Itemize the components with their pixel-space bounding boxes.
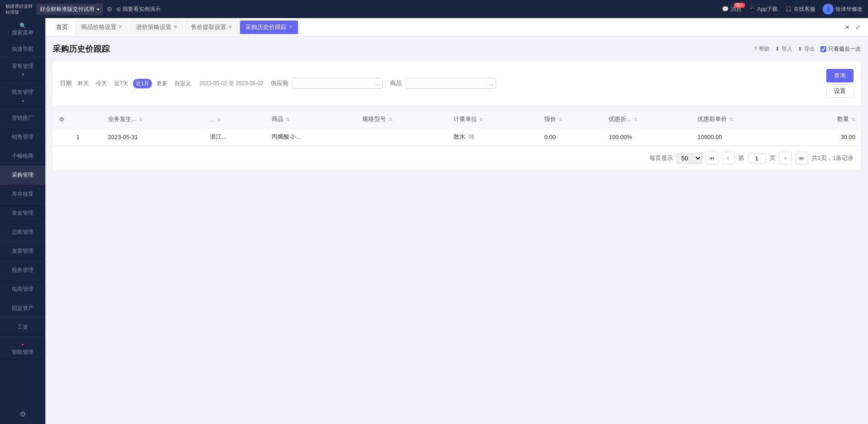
sidebar-item-finance[interactable]: 资金管理 [0, 204, 45, 223]
supplier-input[interactable] [292, 78, 383, 89]
next-page-button[interactable]: › [779, 152, 792, 164]
date-filter-label: 日期 [60, 79, 72, 87]
close-panel-button[interactable]: ✕ [843, 23, 852, 32]
sort-icon[interactable]: ⇅ [852, 117, 855, 122]
date-opt-yesterday[interactable]: 昨天 [75, 79, 92, 88]
sidebar-item-sales[interactable]: 销售管理 [0, 128, 45, 147]
table-header-discount[interactable]: 优惠折... ⇅ [603, 111, 692, 128]
settings-icon[interactable]: ⚙ [107, 5, 112, 13]
tab-purchase-history[interactable]: 采购历史价跟踪 ✕ [240, 20, 298, 34]
sort-icon[interactable]: ⇅ [139, 117, 142, 122]
tabs-bar: 首页 商品价格设置 ✕ 进价策略设置 ✕ 售价提取设置 ✕ 采购历史价跟踪 ✕ … [45, 18, 868, 36]
row-ellipsis: 浙江... [205, 128, 266, 146]
topbar-left: 畅捷通好业财 标准版 好业财标准版交付试用 ▾ ⚙ ◎ 我要看实例演示 [5, 3, 161, 15]
product-ellipsis-icon[interactable]: ... [489, 80, 493, 87]
quick-nav[interactable]: 快捷导航 [0, 42, 45, 57]
topbar: 畅捷通好业财 标准版 好业财标准版交付试用 ▾ ⚙ ◎ 我要看实例演示 💬 消息… [0, 0, 868, 18]
message-button[interactable]: 💬 消息 99+ [722, 5, 741, 13]
date-opt-custom[interactable]: 自定义 [172, 79, 194, 88]
per-page-select[interactable]: 50 20 100 [677, 153, 702, 164]
supplier-ellipsis-icon[interactable]: ... [375, 80, 380, 87]
table-header-unit[interactable]: 计量单位 ⇅ [448, 111, 539, 128]
sidebar: 🔍 搜索菜单 快捷导航 零售管理 ▾ 批发管理 ▴ 营销推广 销售管理 小畅电商… [0, 18, 45, 424]
export-button[interactable]: ⬆ 导出 [798, 45, 815, 53]
page-input[interactable] [748, 153, 766, 164]
sidebar-item-inventory[interactable]: 库存核算 [0, 185, 45, 204]
table-header-gear[interactable]: ⚙ [53, 111, 71, 128]
online-service-button[interactable]: 🎧 在线客服 [785, 5, 815, 13]
tab-close-icon[interactable]: ✕ [288, 24, 293, 30]
sidebar-item-payroll[interactable]: 工资 [0, 318, 45, 337]
table-header-ellipsis[interactable]: ... ⇅ [205, 111, 266, 128]
tab-close-icon[interactable]: ✕ [228, 24, 232, 30]
row-price: 0.00 [539, 128, 603, 146]
row-gear[interactable] [53, 128, 71, 146]
sidebar-item-smart[interactable]: ● 智能管理 [0, 337, 45, 362]
main-content: 首页 商品价格设置 ✕ 进价策略设置 ✕ 售价提取设置 ✕ 采购历史价跟踪 ✕ … [45, 18, 868, 424]
sidebar-item-ecommerce[interactable]: 电商管理 [0, 280, 45, 299]
help-button[interactable]: ? 帮助 [754, 45, 770, 53]
sort-icon[interactable]: ⇅ [559, 117, 562, 122]
tab-home[interactable]: 首页 [51, 20, 73, 34]
topbar-right: 💬 消息 99+ 📱 App下载 🎧 在线客服 👤 徐泽华修改 [722, 4, 863, 14]
import-button[interactable]: ⬇ 导入 [775, 45, 792, 53]
page-unit: 页 [770, 154, 775, 162]
demo-icon: ◎ [116, 6, 121, 12]
filter-row: 日期 昨天 今天 近7天 近1月 更多 自定义 2023-05-02 至 202… [60, 69, 853, 98]
filter-settings-button[interactable]: 设置 [826, 84, 853, 98]
date-opt-more[interactable]: 更多 [154, 79, 170, 88]
sidebar-item-assets[interactable]: 固定资产 [0, 299, 45, 318]
prev-page-button[interactable]: ‹ [722, 152, 735, 164]
table-header-quantity[interactable]: 数量 ⇅ [796, 111, 861, 128]
table-header-spec[interactable]: 规格型号 ⇅ [357, 111, 448, 128]
sidebar-gear-icon[interactable]: ⚙ [0, 405, 45, 424]
date-opt-last7[interactable]: 近7天 [112, 79, 131, 88]
app-logo: 畅捷通好业财 标准版 [5, 3, 33, 15]
search-menu[interactable]: 🔍 搜索菜单 [0, 18, 45, 42]
sidebar-item-invoice[interactable]: 发票管理 [0, 242, 45, 261]
query-button[interactable]: 查询 [826, 69, 853, 82]
table-header-pre-discount-price[interactable]: 优惠前单价 ⇅ [692, 111, 796, 128]
sort-icon[interactable]: ⇅ [479, 117, 483, 122]
sidebar-item-wholesale[interactable]: 批发管理 ▴ [0, 83, 45, 109]
tab-close-icon[interactable]: ✕ [173, 24, 177, 30]
sort-icon[interactable]: ⇅ [286, 117, 289, 122]
product-input[interactable] [405, 78, 496, 89]
sort-icon[interactable]: ⇅ [389, 117, 392, 122]
tab-product-price[interactable]: 商品价格设置 ✕ [75, 20, 128, 34]
product-input-wrap: ... [405, 78, 496, 89]
date-opt-last1m[interactable]: 近1月 [133, 79, 152, 88]
demo-button[interactable]: ◎ 我要看实例演示 [116, 5, 161, 13]
filter-actions: 查询 设置 [826, 69, 853, 98]
row-quantity: 30.00 [796, 128, 861, 146]
expand-panel-button[interactable]: ⤢ [853, 23, 863, 32]
table-header-seq [71, 111, 102, 128]
only-last-checkbox[interactable] [820, 46, 826, 52]
sort-icon[interactable]: ⇅ [634, 117, 638, 122]
sidebar-item-ecommerce-small[interactable]: 小畅电商 [0, 147, 45, 166]
first-page-button[interactable]: ⏮ [706, 152, 718, 164]
tab-close-icon[interactable]: ✕ [118, 24, 122, 30]
import-icon: ⬇ [775, 46, 780, 52]
table-header-date[interactable]: 业务发生... ⇅ [102, 111, 205, 128]
table-header-price[interactable]: 报价 ⇅ [539, 111, 603, 128]
sidebar-item-accounting[interactable]: 总账管理 [0, 223, 45, 242]
table-header-product[interactable]: 商品 ⇅ [266, 111, 357, 128]
last-page-button[interactable]: ⏭ [795, 152, 808, 164]
sort-icon[interactable]: ⇅ [730, 117, 733, 122]
sort-icon[interactable]: ⇅ [217, 117, 221, 122]
version-selector[interactable]: 好业财标准版交付试用 ▾ [36, 4, 103, 15]
app-download-button[interactable]: 📱 App下载 [749, 5, 778, 13]
sidebar-item-marketing[interactable]: 营销推广 [0, 109, 45, 128]
user-menu[interactable]: 👤 徐泽华修改 [823, 4, 863, 14]
tab-sale-extract[interactable]: 售价提取设置 ✕ [185, 20, 238, 34]
tab-purchase-strategy[interactable]: 进价策略设置 ✕ [130, 20, 183, 34]
chevron-down-icon: ▾ [97, 7, 99, 12]
sidebar-item-tax[interactable]: 税务管理 [0, 261, 45, 280]
chevron-down-icon: ▾ [22, 72, 24, 77]
sidebar-item-purchase[interactable]: 采购管理 [0, 166, 45, 185]
sidebar-item-retail[interactable]: 零售管理 ▾ [0, 57, 45, 83]
only-last-checkbox-wrap[interactable]: 只看最后一次 [820, 45, 861, 53]
filter-area: 日期 昨天 今天 近7天 近1月 更多 自定义 2023-05-02 至 202… [53, 62, 861, 105]
date-opt-today[interactable]: 今天 [93, 79, 110, 88]
